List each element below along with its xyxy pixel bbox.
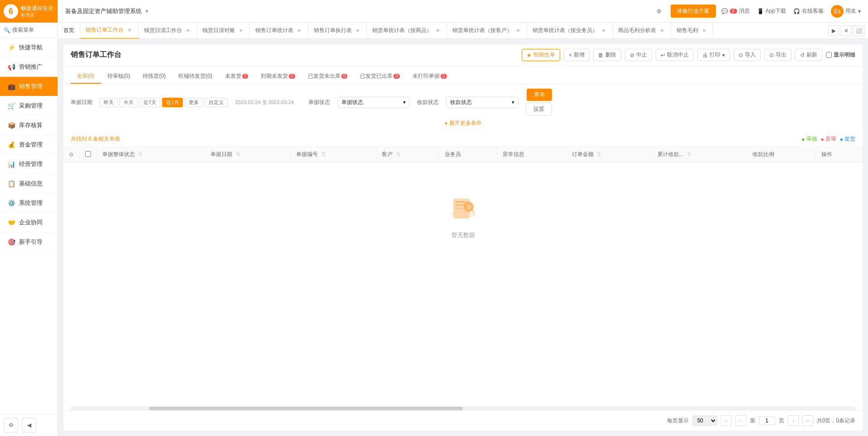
sidebar-item-guide[interactable]: 🎯 新手引导	[0, 232, 58, 252]
search-btn[interactable]: 查询	[527, 89, 552, 101]
collapse-btn[interactable]: ◀	[22, 418, 36, 432]
tab-sales-by-staff[interactable]: 销货单统计表（按业务员） ✕	[527, 23, 613, 39]
smart-gen-btn[interactable]: ★ 智能生单	[522, 49, 560, 61]
sidebar-item-quick-nav[interactable]: ⚡ 快捷导航	[0, 38, 58, 57]
tab-home[interactable]: 首页	[58, 23, 80, 39]
tab-close-cash-reconcile[interactable]: ✕	[238, 28, 244, 34]
date-btn-more[interactable]: 更多	[185, 98, 203, 107]
tab-close-sales-profit[interactable]: ✕	[701, 28, 707, 34]
sidebar-item-basic-info[interactable]: 📋 基础信息	[0, 174, 58, 194]
pause-btn[interactable]: ⊘ 中止	[625, 49, 652, 61]
sidebar-search[interactable]: 🔍 搜索菜单	[0, 23, 58, 38]
filter-tab-not-printed[interactable]: 未打印单据0	[406, 70, 453, 84]
filter-tab-pending-review[interactable]: 待审核(0)	[101, 70, 137, 84]
delete-btn[interactable]: 🗑 删除	[593, 49, 621, 61]
date-btn-today[interactable]: 今天	[120, 98, 138, 107]
tab-close-sales-by-staff[interactable]: ✕	[600, 28, 607, 34]
sidebar-item-purchase[interactable]: 🛒 采购管理	[0, 96, 58, 116]
setting-btn[interactable]: 设置	[526, 103, 552, 116]
collected-sort-icon[interactable]: ⇅	[687, 151, 691, 157]
page-size-select[interactable]: 50 100 200	[692, 416, 717, 426]
column-gear-icon[interactable]: ⚙	[69, 152, 74, 158]
tab-sales-by-product[interactable]: 销货单统计表（按商品） ✕	[367, 23, 447, 39]
filter-tab-pending-inspect[interactable]: 待拣货(0)	[136, 70, 172, 84]
filter-tab-not-shipped[interactable]: 未发货0	[219, 70, 255, 84]
tab-close-sales-exec[interactable]: ✕	[355, 28, 361, 34]
last-page-btn[interactable]: »	[802, 415, 813, 426]
payment-select[interactable]: 收款状态 ▾	[446, 97, 518, 108]
tab-bar: 首页 销售订单工作台 ✕ 钱货日清工作台 ✕ 钱货日清对账 ✕ 销售订单统计表 …	[58, 23, 868, 39]
sidebar-item-system[interactable]: ⚙️ 系统管理	[0, 194, 58, 213]
sidebar-item-operations[interactable]: 📊 经营管理	[0, 155, 58, 174]
import-btn[interactable]: ⊙ 导入	[734, 49, 761, 61]
tab-sales-exec[interactable]: 销售订单执行表 ✕	[308, 23, 367, 39]
revoke-btn[interactable]: ● 弃审	[821, 135, 836, 143]
number-sort-icon[interactable]: ⇅	[321, 151, 326, 157]
tab-close-sales-by-customer[interactable]: ✕	[515, 28, 521, 34]
tab-sales-workbench[interactable]: 销售订单工作台 ✕	[80, 23, 139, 39]
show-detail-label[interactable]: 显示明细	[826, 51, 855, 59]
next-page-btn[interactable]: ›	[788, 415, 799, 426]
status-select[interactable]: 单据状态 ▾	[337, 97, 410, 108]
expand-more-btn[interactable]: ▾ 展开更多条件	[445, 119, 482, 127]
ship-btn[interactable]: ● 发货	[840, 135, 855, 143]
customer-sort-icon[interactable]: ⇅	[396, 151, 401, 157]
system-dropdown-arrow[interactable]: ▾	[145, 8, 149, 14]
tab-sales-profit[interactable]: 销售毛利 ✕	[671, 23, 713, 39]
date-btn-1month[interactable]: 近1月	[162, 98, 183, 107]
tab-cash-reconcile[interactable]: 钱货日清对账 ✕	[197, 23, 250, 39]
refresh-btn[interactable]: ↺ 刷新	[795, 49, 822, 61]
sidebar-item-finance[interactable]: 💰 资金管理	[0, 135, 58, 155]
filter-tab-all[interactable]: 全部(0)	[71, 70, 101, 84]
page-number-input[interactable]	[759, 416, 775, 425]
app-download-btn[interactable]: 📱 App下载	[757, 7, 786, 15]
tab-scroll-right-btn[interactable]: ▶	[828, 25, 839, 36]
tab-cash-daily[interactable]: 钱货日清工作台 ✕	[139, 23, 197, 39]
prev-page-btn[interactable]: ‹	[735, 415, 746, 426]
filter-tab-wangpu[interactable]: 旺铺待发货(0)	[172, 70, 219, 84]
user-menu-btn[interactable]: Ea 用友 ▾	[831, 5, 861, 18]
messages-btn[interactable]: 💬 6 消息	[721, 7, 750, 15]
table-actions: ● 审核 ● 弃审 ● 发货	[801, 135, 855, 143]
tab-close-sales-by-product[interactable]: ✕	[435, 28, 441, 34]
add-btn[interactable]: + 新增	[564, 49, 590, 61]
show-detail-checkbox[interactable]	[826, 52, 832, 58]
cancel-pause-btn[interactable]: ↩ 取消中止	[656, 49, 694, 61]
sidebar-item-marketing[interactable]: 📢 营销推广	[0, 57, 58, 77]
tab-sales-stats[interactable]: 销售订单统计表 ✕	[250, 23, 308, 39]
settings-bottom-btn[interactable]: ⚙	[4, 418, 18, 432]
horizontal-scrollbar-thumb[interactable]	[149, 407, 463, 410]
export-btn[interactable]: ⊙ 导出	[764, 49, 791, 61]
print-icon: 🖨	[702, 52, 708, 58]
date-btn-yesterday[interactable]: 昨天	[100, 98, 118, 107]
print-btn[interactable]: 🖨 打印 ▾	[697, 49, 730, 61]
filter-tab-overdue[interactable]: 到期未发货0	[254, 70, 302, 84]
experience-btn[interactable]: 体验行业方案	[671, 5, 716, 18]
tab-gross-margin[interactable]: 商品毛利分析表 ✕	[613, 23, 671, 39]
date-btn-custom[interactable]: 自定义	[205, 98, 228, 107]
status-sort-icon[interactable]: ⇅	[138, 151, 143, 157]
tab-sales-by-customer[interactable]: 销货单统计表（按客户） ✕	[447, 23, 527, 39]
approve-btn[interactable]: ● 审核	[801, 135, 817, 143]
online-service-btn[interactable]: 🎧 在线客服	[793, 7, 824, 15]
tab-close-all-btn[interactable]: ✕	[841, 25, 852, 36]
tab-close-sales-stats[interactable]: ✕	[296, 28, 302, 34]
sidebar-item-inventory[interactable]: 📦 库存核算	[0, 116, 58, 135]
tab-close-sales-workbench[interactable]: ✕	[126, 27, 133, 33]
horizontal-scrollbar[interactable]	[71, 407, 855, 410]
table-scroll-inner[interactable]: ⚙ 单据整体状态 ⇅	[63, 147, 863, 407]
chart-icon: 📊	[7, 161, 15, 168]
filter-tab-shipped-warehoused[interactable]: 已发货已出库0	[354, 70, 406, 84]
date-btn-7days[interactable]: 近7天	[139, 98, 160, 107]
sidebar-item-cooperation[interactable]: 🤝 企业协同	[0, 213, 58, 232]
amount-sort-icon[interactable]: ⇅	[597, 151, 601, 157]
tab-close-gross-margin[interactable]: ✕	[659, 28, 665, 34]
tab-close-cash-daily[interactable]: ✕	[185, 28, 191, 34]
first-page-btn[interactable]: «	[721, 415, 732, 426]
sidebar-item-sales[interactable]: 💼 销售管理	[0, 77, 58, 96]
select-all-checkbox[interactable]	[85, 151, 91, 157]
filter-tab-shipped-not-warehoused[interactable]: 已发货未出库0	[302, 70, 354, 84]
header-gear-icon[interactable]: ⚙	[657, 8, 662, 14]
tab-maximize-btn[interactable]: ⬜	[854, 25, 864, 36]
date-sort-icon[interactable]: ⇅	[236, 151, 240, 157]
